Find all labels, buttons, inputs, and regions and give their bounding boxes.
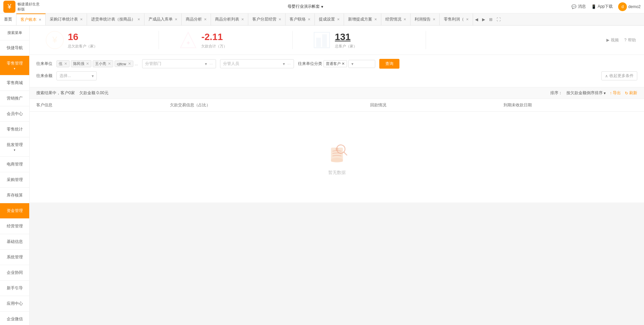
tab-customer-layer[interactable]: 客户分层经营 ✕ xyxy=(248,13,286,25)
close-icon[interactable]: ✕ xyxy=(175,17,177,21)
tab-purchase-order[interactable]: 采购订单统计表 ✕ xyxy=(46,13,87,25)
close-icon[interactable]: ✕ xyxy=(204,17,207,21)
classify-dropdown[interactable]: ▾ xyxy=(348,60,375,68)
tab-expand[interactable]: ⊞ xyxy=(487,13,495,25)
tab-retail-profit[interactable]: 零售利润（ ✕ xyxy=(440,13,473,25)
help-button[interactable]: ? 帮助 xyxy=(624,37,636,43)
filter-tag-cjttcw: cjttcw ✕ xyxy=(115,61,133,67)
sidebar-item-app-center[interactable]: 应用中心 xyxy=(0,296,29,312)
close-icon[interactable]: ✕ xyxy=(374,17,377,21)
user-menu[interactable]: d demo2 xyxy=(618,2,641,11)
filter-person-extra: ··· xyxy=(288,62,291,66)
account-selector[interactable]: 母婴行业演示帐套 ▾ xyxy=(288,4,323,9)
tab-fullscreen[interactable]: ⛶ xyxy=(495,13,503,25)
sidebar-item-system[interactable]: 系统管理 xyxy=(0,250,29,265)
tab-home[interactable]: 首页 xyxy=(0,13,16,25)
filter-dept-select[interactable]: 分管部门 ▾ ··· xyxy=(142,59,216,68)
tab-scroll-right[interactable]: ▶ xyxy=(480,13,487,25)
filter-person-select[interactable]: 分管人员 ▾ ··· xyxy=(220,59,294,68)
export-button[interactable]: ↑ 导出 xyxy=(610,90,621,96)
tab-commission-settings[interactable]: 提成设置 ✕ xyxy=(315,13,344,25)
balance-select[interactable]: 选择... ▾ xyxy=(56,71,97,80)
close-icon[interactable]: ✕ xyxy=(137,17,140,21)
tab-customer-contact[interactable]: 客户联络 ✕ xyxy=(286,13,315,25)
stat-icon-all-customers xyxy=(313,31,331,49)
sidebar-item-capital[interactable]: 资金管理 xyxy=(0,203,29,219)
video-help-button[interactable]: ▶ 视频 xyxy=(606,37,619,43)
sidebar-item-basic-info[interactable]: 基础信息 xyxy=(0,234,29,250)
sidebar-item-ecommerce[interactable]: 电商管理 xyxy=(0,157,29,172)
remove-classify-tag[interactable]: ✕ xyxy=(342,62,345,66)
filter-more-tags[interactable]: ... xyxy=(135,62,138,66)
filter-tag-chen: 陈民强 ✕ xyxy=(71,60,91,67)
chevron-down-icon: ▾ xyxy=(604,91,606,96)
stat-icon-customers: ¥ xyxy=(46,31,64,49)
chevron-down-icon: ▾ xyxy=(351,62,353,66)
stat-value-debt: -2.11 xyxy=(201,32,227,42)
sidebar-item-search[interactable]: 搜索菜单 xyxy=(0,26,29,40)
result-summary: 搜索结果中，客户0家 xyxy=(36,91,75,95)
sidebar-item-wholesale[interactable]: 批发管理 ▾ xyxy=(0,137,29,157)
close-icon[interactable]: ✕ xyxy=(80,17,83,21)
remove-tag-wang[interactable]: ✕ xyxy=(108,62,111,66)
stat-total-debt: ✦ -2.11 欠款合计（万） xyxy=(159,31,292,49)
tab-goods-analysis[interactable]: 商品分析 ✕ xyxy=(182,13,211,25)
export-icon: ↑ xyxy=(610,91,612,96)
tab-profit-report[interactable]: 利润报告 ✕ xyxy=(411,13,440,25)
sidebar-item-shortcuts[interactable]: 快捷导航 xyxy=(0,40,29,56)
help-area: ▶ 视频 ? 帮助 xyxy=(426,37,636,43)
sidebar-item-purchase[interactable]: 采购管理 xyxy=(0,172,29,188)
sidebar-item-marketing[interactable]: 营销推广 xyxy=(0,91,29,106)
sidebar-item-retail-mall[interactable]: 零售商城 xyxy=(0,75,29,91)
remove-tag-chen[interactable]: ✕ xyxy=(86,62,89,66)
tab-scroll-left[interactable]: ◀ xyxy=(473,13,480,25)
tab-goods-list[interactable]: 商品分析列表 ✕ xyxy=(211,13,248,25)
sidebar-item-enterprise-wechat[interactable]: 企业微信 xyxy=(0,312,29,325)
tab-business-status[interactable]: 经营情况 ✕ xyxy=(381,13,411,25)
stat-value-customers: 16 xyxy=(68,32,97,42)
stat-value-all-customers: 131 xyxy=(335,32,357,42)
filter-dept-extra: ··· xyxy=(210,62,213,66)
search-button[interactable]: 查询 xyxy=(379,59,399,69)
result-actions: 排序： 按欠款金额倒序排序 ▾ ↑ 导出 ↻ 刷新 xyxy=(550,90,637,96)
sidebar-item-retail-stats[interactable]: 零售统计 xyxy=(0,122,29,137)
logo-icon: ¥ xyxy=(3,1,15,13)
download-icon: 📱 xyxy=(591,4,596,9)
sort-select[interactable]: 按欠款金额倒序排序 ▾ xyxy=(566,90,606,96)
collapse-button[interactable]: ∧ 收起更多条件 xyxy=(601,71,637,80)
app-download-button[interactable]: 📱 App下载 xyxy=(591,4,613,9)
svg-line-10 xyxy=(344,152,347,155)
remove-tag-cjttcw[interactable]: ✕ xyxy=(128,62,131,66)
tab-add-commission[interactable]: 新增提成方案 ✕ xyxy=(344,13,381,25)
sidebar-item-enterprise[interactable]: 企业协同 xyxy=(0,265,29,281)
sidebar-item-member[interactable]: 会员中心 xyxy=(0,106,29,122)
col-header-due-date: 到期未收款日期 xyxy=(504,102,637,108)
chevron-down-icon: ▾ xyxy=(92,74,94,78)
close-icon[interactable]: ✕ xyxy=(241,17,244,21)
message-button[interactable]: 💬 消息 xyxy=(571,4,586,9)
result-amount: 欠款金额 0.00元 xyxy=(79,91,109,95)
sidebar-item-operation[interactable]: 经营管理 xyxy=(0,219,29,234)
close-icon[interactable]: ✕ xyxy=(466,17,469,21)
tab-produce-entry[interactable]: 产成品入库单 ✕ xyxy=(144,13,182,25)
result-bar: 搜索结果中，客户0家 欠款金额 0.00元 排序： 按欠款金额倒序排序 ▾ ↑ … xyxy=(30,87,644,99)
filter-classify-tag: 普通客户 ✕ xyxy=(324,60,347,67)
tab-customer-account[interactable]: 客户账本 ✕ xyxy=(16,13,46,25)
remove-tag-wu[interactable]: ✕ xyxy=(64,62,67,66)
sidebar-item-guide[interactable]: 新手引导 xyxy=(0,281,29,296)
filter-tags-unit: 伍 ✕ 陈民强 ✕ 王小亮 ✕ cjttcw ✕ ... xyxy=(56,60,138,67)
collapse-icon: ∧ xyxy=(605,74,608,78)
close-icon[interactable]: ✕ xyxy=(337,17,340,21)
stats-row: ¥ 16 总欠款客户（家） ✦ -2.11 欠款合计 xyxy=(30,26,644,55)
close-icon[interactable]: ✕ xyxy=(403,17,406,21)
close-icon[interactable]: ✕ xyxy=(39,18,41,22)
empty-state: 暂无数据 xyxy=(30,112,644,203)
close-icon[interactable]: ✕ xyxy=(433,17,435,21)
filter-classify-area: 往来单位分类 普通客户 ✕ ▾ xyxy=(298,60,375,68)
sidebar-item-retail[interactable]: 零售管理 ▾ xyxy=(0,56,29,75)
refresh-button[interactable]: ↻ 刷新 xyxy=(625,90,637,96)
sidebar-item-inventory[interactable]: 库存核算 xyxy=(0,188,29,203)
close-icon[interactable]: ✕ xyxy=(308,17,310,21)
close-icon[interactable]: ✕ xyxy=(278,17,281,21)
tab-goods-stats[interactable]: 进货单统计表（按商品） ✕ xyxy=(87,13,144,25)
